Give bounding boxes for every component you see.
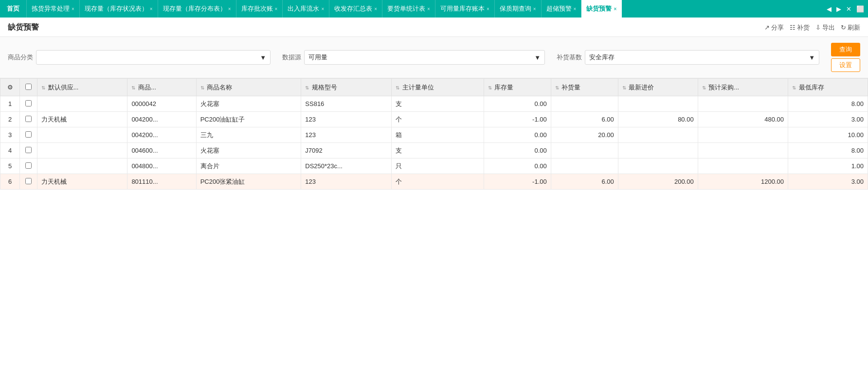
- close-icon[interactable]: ×: [574, 6, 577, 12]
- sort-icon: ⇅: [305, 85, 309, 90]
- close-icon[interactable]: ×: [72, 6, 74, 12]
- cell-stock: 0.00: [484, 143, 551, 158]
- cell-latest-price: [618, 127, 698, 143]
- nav-tab-3[interactable]: 现存量（库存分布表） ×: [158, 0, 236, 18]
- restock-base-value: 安全库存: [589, 53, 615, 62]
- share-button[interactable]: ↗ 分享: [764, 23, 784, 32]
- col-latest-price[interactable]: ⇅ 最新进价: [618, 79, 698, 96]
- nav-tab-4[interactable]: 库存批次账 ×: [236, 0, 283, 18]
- close-icon[interactable]: ×: [275, 6, 278, 12]
- close-icon[interactable]: ×: [321, 6, 324, 12]
- nav-tab-7[interactable]: 要货单统计表 ×: [382, 0, 435, 18]
- col-restock[interactable]: ⇅ 补货量: [551, 79, 618, 96]
- nav-prev-arrow[interactable]: ◀: [825, 4, 833, 14]
- cell-product-name: 火花塞: [196, 96, 301, 112]
- gear-icon[interactable]: ⚙: [7, 84, 13, 91]
- cell-restock: [551, 96, 618, 112]
- cell-min-stock: 10.00: [788, 127, 868, 143]
- nav-tab-2[interactable]: 现存量（库存状况表） ×: [80, 0, 158, 18]
- page-header: 缺货预警 ↗ 分享 ☷ 补货 ⇩ 导出 ↻ 刷新: [0, 18, 868, 37]
- close-icon[interactable]: ×: [374, 6, 377, 12]
- col-stock[interactable]: ⇅ 库存量: [484, 79, 551, 96]
- table-container[interactable]: ⚙ ⇅ 默认供应... ⇅ 商品... ⇅ 商品名称: [0, 78, 868, 387]
- filter-actions: 查询 设置: [831, 43, 860, 72]
- cell-restock: 6.00: [551, 174, 618, 190]
- nav-tab-6[interactable]: 收发存汇总表 ×: [329, 0, 382, 18]
- row-checkbox[interactable]: [25, 131, 32, 138]
- row-index: 1: [0, 96, 20, 112]
- cell-supplier: [37, 143, 127, 158]
- row-checkbox-cell: [20, 96, 37, 112]
- close-icon[interactable]: ×: [614, 6, 616, 12]
- filter-bar: 商品分类 ▼ 数据源 可用量 ▼ 补货基数 安全库存 ▼ 查询 设置: [0, 37, 868, 78]
- col-min-stock[interactable]: ⇅ 最低库存: [788, 79, 868, 96]
- query-button[interactable]: 查询: [831, 43, 860, 56]
- cell-product-name: 三九: [196, 127, 301, 143]
- row-checkbox[interactable]: [25, 178, 32, 184]
- cell-min-stock: 8.00: [788, 143, 868, 158]
- row-checkbox[interactable]: [25, 100, 32, 106]
- cell-restock: 20.00: [551, 127, 618, 143]
- row-checkbox-cell: [20, 143, 37, 158]
- col-unit[interactable]: ⇅ 主计量单位: [391, 79, 484, 96]
- col-restock-label: 补货量: [561, 84, 580, 91]
- close-icon[interactable]: ×: [533, 6, 536, 12]
- close-icon[interactable]: ×: [487, 6, 489, 12]
- cell-est-purchase: [698, 127, 788, 143]
- nav-tab-5[interactable]: 出入库流水 ×: [283, 0, 329, 18]
- datasource-value: 可用量: [308, 53, 327, 62]
- restock-base-select[interactable]: 安全库存 ▼: [585, 50, 819, 65]
- header-actions: ↗ 分享 ☷ 补货 ⇩ 导出 ↻ 刷新: [764, 23, 860, 32]
- col-supplier[interactable]: ⇅ 默认供应...: [37, 79, 127, 96]
- nav-tab-9[interactable]: 保质期查询 ×: [495, 0, 542, 18]
- datasource-select[interactable]: 可用量 ▼: [304, 50, 545, 65]
- export-label: 导出: [822, 23, 835, 32]
- nav-next-arrow[interactable]: ▶: [834, 4, 843, 14]
- close-icon[interactable]: ×: [228, 6, 231, 12]
- cell-supplier: [37, 127, 127, 143]
- cell-unit: 支: [391, 96, 484, 112]
- cell-min-stock: 1.00: [788, 158, 868, 174]
- nav-tab-11-label: 缺货预警: [586, 4, 612, 13]
- col-supplier-label: 默认供应...: [48, 84, 79, 91]
- nav-tab-10[interactable]: 超储预警 ×: [542, 0, 582, 18]
- restock-button[interactable]: ☷ 补货: [790, 23, 810, 32]
- cell-spec: 123: [301, 174, 392, 190]
- col-product-code[interactable]: ⇅ 商品...: [127, 79, 196, 96]
- sort-icon: ⇅: [131, 85, 135, 90]
- export-button[interactable]: ⇩ 导出: [815, 23, 835, 32]
- col-spec[interactable]: ⇅ 规格型号: [301, 79, 392, 96]
- chevron-down-icon: ▼: [260, 54, 266, 61]
- nav-maximize[interactable]: ⬜: [854, 4, 866, 14]
- cell-stock: 0.00: [484, 96, 551, 112]
- cell-unit: 只: [391, 158, 484, 174]
- nav-tab-1[interactable]: 拣货异常处理 ×: [27, 0, 80, 18]
- col-gear[interactable]: ⚙: [0, 79, 20, 96]
- share-label: 分享: [771, 23, 784, 32]
- nav-tab-6-label: 收发存汇总表: [334, 4, 372, 13]
- nav-tab-11[interactable]: 缺货预警 ×: [581, 0, 622, 18]
- sort-icon: ⇅: [702, 85, 706, 90]
- nav-close-all[interactable]: ✕: [844, 4, 853, 14]
- nav-tab-10-label: 超储预警: [546, 4, 572, 13]
- nav-tab-8[interactable]: 可用量库存账本 ×: [435, 0, 495, 18]
- row-checkbox[interactable]: [25, 147, 32, 153]
- close-icon[interactable]: ×: [150, 6, 153, 12]
- close-icon[interactable]: ×: [427, 6, 430, 12]
- settings-button[interactable]: 设置: [831, 58, 860, 72]
- sort-icon: ⇅: [488, 85, 492, 90]
- row-checkbox[interactable]: [25, 116, 32, 122]
- sort-icon: ⇅: [622, 85, 626, 90]
- category-select[interactable]: ▼: [36, 50, 271, 65]
- refresh-button[interactable]: ↻ 刷新: [841, 23, 860, 32]
- nav-tab-home[interactable]: 首页: [0, 0, 27, 18]
- col-est-purchase[interactable]: ⇅ 预计采购...: [698, 79, 788, 96]
- cell-product-name: PC200张紧油缸: [196, 174, 301, 190]
- select-all-checkbox[interactable]: [25, 84, 32, 90]
- col-product-name[interactable]: ⇅ 商品名称: [196, 79, 301, 96]
- row-checkbox[interactable]: [25, 162, 32, 169]
- cell-latest-price: 80.00: [618, 112, 698, 127]
- restock-icon: ☷: [790, 24, 796, 31]
- row-index: 3: [0, 127, 20, 143]
- refresh-label: 刷新: [848, 23, 860, 32]
